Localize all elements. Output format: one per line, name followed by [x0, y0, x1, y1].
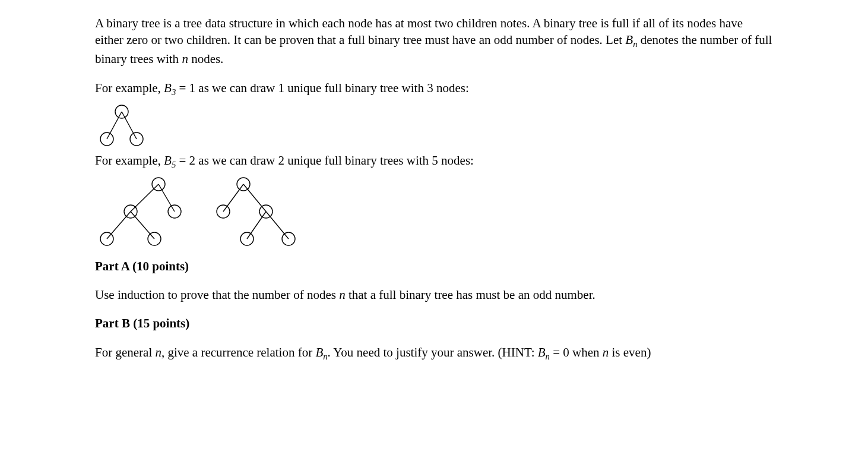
edge	[131, 184, 159, 212]
example2-paragraph: For example, B5 = 2 as we can draw 2 uni…	[95, 152, 773, 171]
edge	[107, 112, 122, 139]
example1-rhs: = 1	[176, 81, 195, 95]
edge	[266, 212, 289, 239]
edge	[223, 184, 243, 212]
intro-text: A binary tree is a tree data structure i…	[95, 16, 772, 66]
edge	[107, 212, 131, 239]
part-b-after: . You need to justify your answer. (HINT…	[328, 345, 538, 359]
example2-suffix: as we can draw 2 unique full binary tree…	[195, 153, 474, 168]
part-a-heading: Part A (10 points)	[95, 258, 773, 275]
part-a-text: Use induction to prove that the number o…	[95, 288, 595, 302]
example2-var: B	[164, 153, 172, 168]
part-b-heading: Part B (15 points)	[95, 315, 773, 332]
part-b-hint-var: B	[538, 345, 546, 359]
part-b-body: For general n, give a recurrence relatio…	[95, 344, 773, 363]
part-b-tail: when n is even)	[569, 345, 651, 359]
example2-prefix: For example,	[95, 153, 164, 168]
edge	[159, 184, 175, 212]
tree-5a-svg	[95, 175, 190, 250]
edge	[122, 112, 137, 139]
example1-var: B	[164, 81, 172, 95]
part-b-var1: n	[155, 345, 161, 359]
edge	[243, 184, 266, 212]
tree-row-3nodes	[95, 102, 773, 150]
part-b-prefix: For general	[95, 345, 155, 359]
tree-row-5nodes	[95, 175, 773, 250]
edge	[247, 212, 266, 239]
example1-suffix: as we can draw 1 unique full binary tree…	[195, 81, 469, 95]
intro-paragraph: A binary tree is a tree data structure i…	[95, 15, 773, 68]
example1-paragraph: For example, B3 = 1 as we can draw 1 uni…	[95, 80, 773, 99]
part-b-var2-sub: n	[323, 352, 327, 361]
example1-prefix: For example,	[95, 81, 164, 95]
part-b-hint-eq: = 0	[550, 345, 569, 359]
part-b-hint-sub: n	[546, 352, 550, 361]
part-b-mid: , give a recurrence relation for	[161, 345, 315, 359]
edge	[131, 212, 154, 239]
page-content: A binary tree is a tree data structure i…	[0, 0, 868, 470]
part-a-body: Use induction to prove that the number o…	[95, 286, 773, 303]
tree-3-svg	[95, 102, 154, 150]
example2-rhs: = 2	[176, 153, 195, 168]
tree-5b-svg	[202, 175, 303, 250]
part-b-var2: B	[315, 345, 323, 359]
